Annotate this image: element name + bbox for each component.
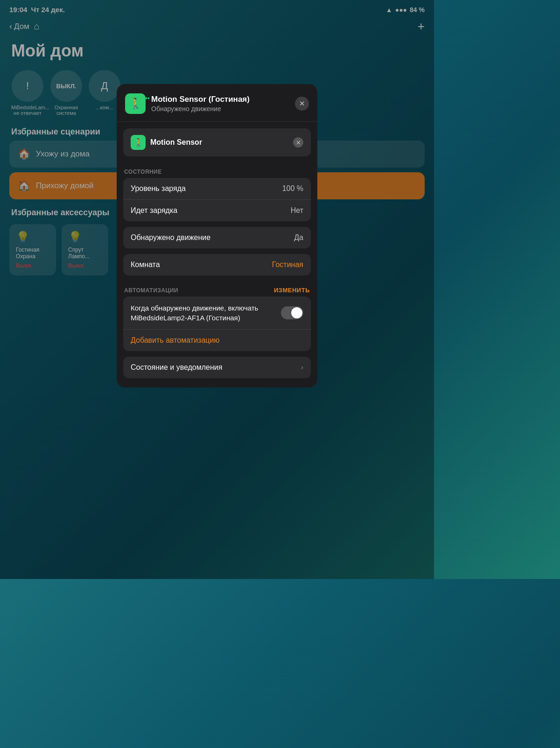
toggle-knob	[291, 307, 302, 318]
modal: 🚶 ◂◂ Motion Sensor (Гостиная) Обнаружено…	[117, 84, 317, 388]
automations-edit-button[interactable]: ИЗМЕНИТЬ	[274, 287, 310, 294]
state-section-label: СОСТОЯНИЕ	[117, 163, 317, 178]
room-value: Гостиная	[272, 261, 303, 269]
charging-label-text: Идет зарядка	[131, 206, 177, 215]
sensor-card-remove-button[interactable]: ✕	[293, 137, 303, 148]
remove-icon: ✕	[296, 139, 301, 146]
motion-group: Обнаружено движение Да	[123, 227, 311, 248]
sensor-card[interactable]: 🚶 Motion Sensor ✕	[123, 128, 311, 156]
auto-group: Когда обнаружено движение, включать MiBe…	[123, 296, 311, 351]
battery-label-text: Уровень заряда	[131, 184, 186, 193]
auto-row: Когда обнаружено движение, включать MiBe…	[123, 296, 311, 329]
motion-row: Обнаружено движение Да	[123, 227, 311, 248]
signal-dots-icon: ◂◂	[145, 95, 149, 100]
modal-close-button[interactable]: ✕	[295, 97, 309, 111]
notif-row[interactable]: Состояние и уведомления ›	[123, 357, 311, 378]
battery-value: 100 %	[282, 184, 303, 193]
automations-section-label: АВТОМАТИЗАЦИИ	[124, 287, 178, 294]
sensor-person-icon: 🚶	[133, 138, 143, 148]
motion-person-icon: 🚶	[129, 98, 142, 110]
room-row: Комната Гостиная	[123, 254, 311, 275]
notif-label: Состояние и уведомления	[131, 363, 222, 372]
sensor-card-icon: 🚶	[131, 135, 146, 150]
modal-title-group: Motion Sensor (Гостиная) Обнаружено движ…	[151, 95, 289, 113]
notif-group: Состояние и уведомления ›	[123, 357, 311, 378]
modal-header: 🚶 ◂◂ Motion Sensor (Гостиная) Обнаружено…	[117, 84, 317, 122]
automations-header: АВТОМАТИЗАЦИИ ИЗМЕНИТЬ	[117, 281, 317, 296]
info-group: Уровень заряда 100 % Идет зарядка Нет	[123, 178, 311, 221]
room-group: Комната Гостиная	[123, 254, 311, 275]
modal-title: Motion Sensor (Гостиная)	[151, 95, 289, 104]
info-row-charging: Идет зарядка Нет	[123, 199, 311, 221]
charging-value: Нет	[291, 206, 303, 215]
add-automation-button[interactable]: Добавить автоматизацию	[123, 329, 311, 351]
modal-subtitle: Обнаружено движение	[151, 105, 289, 113]
room-label: Комната	[131, 261, 160, 269]
notif-chevron-icon: ›	[301, 363, 303, 372]
modal-sensor-icon: 🚶 ◂◂	[125, 93, 146, 114]
modal-overlay: 🚶 ◂◂ Motion Sensor (Гостиная) Обнаружено…	[0, 0, 434, 579]
motion-value: Да	[294, 233, 303, 242]
automation-toggle[interactable]	[281, 306, 303, 319]
info-row-battery: Уровень заряда 100 %	[123, 178, 311, 199]
motion-label: Обнаружено движение	[131, 233, 210, 242]
auto-text: Когда обнаружено движение, включать MiBe…	[131, 303, 275, 323]
sensor-card-name: Motion Sensor	[150, 138, 288, 147]
